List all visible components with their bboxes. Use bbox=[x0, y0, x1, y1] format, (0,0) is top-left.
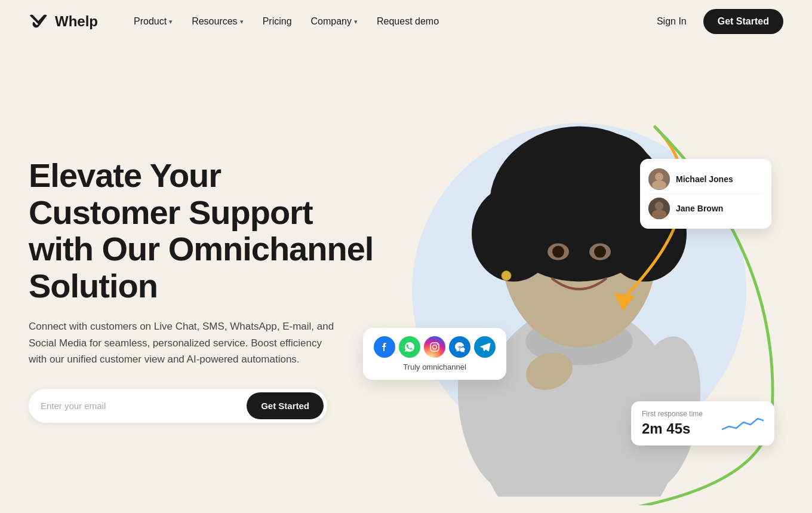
logo-icon bbox=[29, 13, 50, 30]
messenger-icon bbox=[449, 336, 470, 358]
svg-point-23 bbox=[652, 210, 666, 219]
response-info: First response time 2m 45s bbox=[642, 410, 703, 437]
telegram-icon bbox=[474, 336, 496, 358]
instagram-icon bbox=[424, 336, 445, 358]
contact-row-michael: Michael Jones bbox=[648, 165, 763, 193]
svg-point-22 bbox=[655, 202, 663, 210]
avatar-jane bbox=[648, 198, 670, 219]
facebook-icon bbox=[374, 336, 395, 358]
nav-item-company[interactable]: Company ▾ bbox=[304, 11, 365, 32]
whatsapp-icon bbox=[399, 336, 420, 358]
svg-point-19 bbox=[655, 173, 663, 181]
hero-title: Elevate Your Customer Support with Our O… bbox=[29, 157, 375, 304]
logo-link[interactable]: Whelp bbox=[29, 13, 98, 30]
svg-point-26 bbox=[437, 343, 438, 345]
svg-point-25 bbox=[433, 345, 437, 349]
email-form: Get Started bbox=[29, 389, 327, 423]
contact-name-michael: Michael Jones bbox=[676, 174, 733, 184]
contact-row-jane: Jane Brown bbox=[648, 193, 763, 223]
nav-item-product[interactable]: Product ▾ bbox=[127, 11, 180, 32]
contact-name-jane: Jane Brown bbox=[676, 204, 723, 213]
nav-item-request-demo[interactable]: Request demo bbox=[370, 11, 446, 32]
logo-text: Whelp bbox=[55, 13, 98, 30]
svg-point-14 bbox=[594, 245, 606, 257]
svg-point-15 bbox=[502, 271, 511, 280]
get-started-hero-button[interactable]: Get Started bbox=[247, 392, 324, 419]
hero-left: Elevate Your Customer Support with Our O… bbox=[29, 157, 375, 423]
contacts-card: Michael Jones Jane Brown bbox=[640, 159, 771, 229]
get-started-nav-button[interactable]: Get Started bbox=[703, 9, 783, 34]
nav-links: Product ▾ Resources ▾ Pricing Company ▾ … bbox=[127, 11, 650, 32]
svg-point-10 bbox=[555, 132, 651, 204]
navbar: Whelp Product ▾ Resources ▾ Pricing Comp… bbox=[0, 0, 812, 43]
chevron-down-icon: ▾ bbox=[169, 18, 173, 26]
svg-point-13 bbox=[552, 245, 564, 257]
response-label: First response time bbox=[642, 410, 703, 418]
sign-in-button[interactable]: Sign In bbox=[650, 11, 694, 32]
svg-point-20 bbox=[652, 180, 666, 190]
hero-illustration: Michael Jones Jane Brown bbox=[375, 75, 783, 505]
omnichannel-card: Truly omnichannel bbox=[363, 328, 506, 380]
response-value: 2m 45s bbox=[642, 420, 703, 437]
social-icons-row bbox=[374, 336, 496, 358]
avatar-michael bbox=[648, 168, 670, 190]
hero-section: Elevate Your Customer Support with Our O… bbox=[0, 43, 812, 513]
chevron-down-icon: ▾ bbox=[354, 18, 358, 26]
nav-item-pricing[interactable]: Pricing bbox=[256, 11, 299, 32]
response-time-card: First response time 2m 45s bbox=[631, 401, 774, 446]
nav-item-resources[interactable]: Resources ▾ bbox=[184, 11, 250, 32]
email-input[interactable] bbox=[41, 396, 247, 416]
nav-actions: Sign In Get Started bbox=[650, 9, 783, 34]
omni-label: Truly omnichannel bbox=[374, 363, 496, 371]
chevron-down-icon: ▾ bbox=[240, 18, 244, 26]
hero-subtitle: Connect with customers on Live Chat, SMS… bbox=[29, 318, 339, 367]
response-chart bbox=[722, 411, 764, 435]
